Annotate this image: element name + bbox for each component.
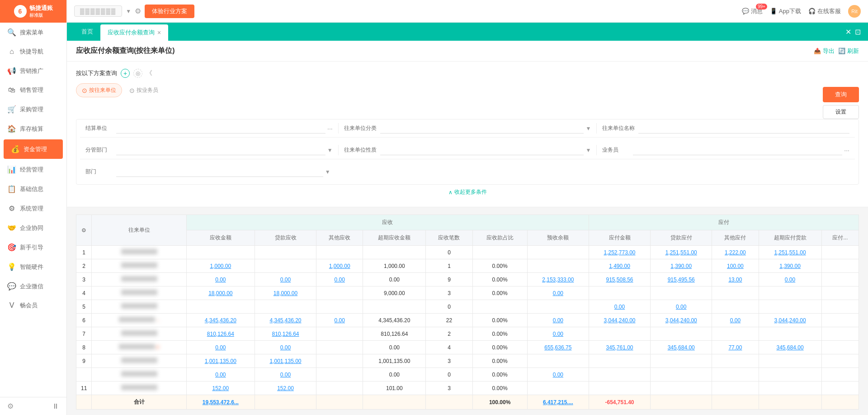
settlement-input[interactable] <box>116 123 326 134</box>
dept-dropdown-icon[interactable]: ▼ <box>327 147 333 153</box>
tab-close-window-icon[interactable]: ✕ <box>845 28 851 36</box>
sidebar-item-quicknav[interactable]: ⌂ 快捷导航 <box>0 42 66 61</box>
sidebar-item-marketing[interactable]: 📢 营销推广 <box>0 61 66 81</box>
table-cell[interactable]: 915,508.56 <box>589 273 650 286</box>
table-cell[interactable]: 4,345,436.20 <box>186 314 255 327</box>
settlement-dots-icon[interactable]: ··· <box>327 125 333 132</box>
filter-collapse-btn[interactable]: 《 <box>146 69 152 77</box>
salesperson-input[interactable] <box>633 145 842 155</box>
table-cell[interactable]: 0.00 <box>255 273 316 286</box>
table-cell[interactable]: 13.00 <box>712 273 759 286</box>
table-cell[interactable]: 3,044,240.00 <box>759 314 821 327</box>
table-cell[interactable]: 0.00 <box>589 300 650 314</box>
table-cell[interactable]: 0.00 <box>759 273 821 286</box>
header-settings-icon[interactable]: ⚙ <box>135 7 141 15</box>
filter-settings-btn[interactable]: ◎ <box>133 69 142 78</box>
tab-home[interactable]: 首页 <box>74 23 100 41</box>
table-cell[interactable]: 1,490.00 <box>589 259 650 273</box>
table-cell[interactable]: 1,001,135.00 <box>186 354 255 368</box>
tab-close-icon[interactable]: × <box>157 29 161 36</box>
table-cell[interactable]: 0.00 <box>255 368 316 382</box>
query-btn[interactable]: 查询 <box>823 87 859 102</box>
settings-btn[interactable]: 设置 <box>823 105 859 119</box>
tab-ar-balance[interactable]: 应收应付余额查询 × <box>100 24 168 41</box>
table-cell[interactable]: 3,044,240.00 <box>589 314 650 327</box>
table-cell[interactable]: 0.00 <box>316 314 363 327</box>
department-dropdown-icon[interactable]: ▼ <box>325 169 330 175</box>
collapse-more-btn[interactable]: ∧ 收起更多条件 <box>76 185 859 200</box>
filter-tab-unit[interactable]: ⊙ 按往来单位 <box>76 83 122 97</box>
avatar[interactable]: Rit <box>848 5 861 18</box>
th-settings[interactable]: ⚙ <box>76 215 92 246</box>
table-cell[interactable]: 18,000.00 <box>255 286 316 300</box>
footer-r-amount[interactable]: 19,553,472,6... <box>186 395 255 410</box>
sidebar-settings-icon[interactable]: ⚙ <box>7 402 14 410</box>
breadcrumb-dropdown-icon[interactable]: ▼ <box>126 8 131 14</box>
app-download-btn[interactable]: 📱 App下载 <box>770 7 801 15</box>
table-cell[interactable]: 655,636.75 <box>527 341 589 354</box>
sidebar-item-base[interactable]: 📋 基础信息 <box>0 179 66 199</box>
export-btn[interactable]: 📤 导出 <box>814 47 835 55</box>
table-cell[interactable]: 0.00 <box>186 341 255 354</box>
table-cell[interactable]: 1,390.00 <box>759 259 821 273</box>
table-cell[interactable]: 345,761.00 <box>589 341 650 354</box>
table-cell[interactable]: 0.00 <box>712 314 759 327</box>
sidebar-item-hardware[interactable]: 💡 智能硬件 <box>0 257 66 277</box>
table-cell[interactable]: 1,252,773.00 <box>589 246 650 259</box>
table-cell[interactable]: 0.00 <box>255 341 316 354</box>
refresh-btn[interactable]: 🔄 刷新 <box>838 47 859 55</box>
dept-input[interactable] <box>116 145 326 155</box>
table-cell[interactable]: 345,684.00 <box>759 341 821 354</box>
table-cell[interactable]: 2,153,333.00 <box>527 273 589 286</box>
table-wrapper[interactable]: ⚙ 往来单位 应收 应付 应收金额 贷款应收 其他应收 超期应收金额 应收笔数 <box>76 215 859 410</box>
solution-btn[interactable]: 体验行业方案 <box>145 5 194 18</box>
online-service-btn[interactable]: 🎧 在线客服 <box>808 7 841 15</box>
sidebar-item-wechat[interactable]: 💬 企业微信 <box>0 277 66 296</box>
table-cell[interactable]: 1,251,551.00 <box>759 246 821 259</box>
table-cell[interactable]: 77.00 <box>712 341 759 354</box>
sidebar-collapse-icon[interactable]: ⏸ <box>52 402 59 410</box>
table-cell[interactable]: 810,126.64 <box>186 327 255 341</box>
table-cell[interactable]: 0.00 <box>186 368 255 382</box>
sidebar-item-purchase[interactable]: 🛒 采购管理 <box>0 100 66 119</box>
sidebar-item-fund[interactable]: 💰 资金管理 <box>4 139 63 159</box>
table-settings-icon[interactable]: ⚙ <box>81 227 86 234</box>
table-cell[interactable]: 3,044,240.00 <box>651 314 712 327</box>
table-cell[interactable]: 810,126.64 <box>255 327 316 341</box>
table-cell[interactable]: 1,000.00 <box>186 259 255 273</box>
table-cell[interactable]: 1,000.00 <box>316 259 363 273</box>
table-cell[interactable]: 0.00 <box>651 300 712 314</box>
sidebar-item-sales[interactable]: 🛍 销售管理 <box>0 81 66 100</box>
table-cell[interactable]: 0.00 <box>527 327 589 341</box>
table-cell[interactable]: 1,390.00 <box>651 259 712 273</box>
sidebar-item-system[interactable]: ⚙ 系统管理 <box>0 199 66 218</box>
table-cell[interactable]: 152.00 <box>255 382 316 395</box>
table-cell[interactable]: 152.00 <box>186 382 255 395</box>
message-btn[interactable]: 💬 消息 99+ <box>742 7 763 15</box>
filter-add-btn[interactable]: + <box>121 69 130 78</box>
table-cell[interactable]: 0.00 <box>527 368 589 382</box>
table-cell[interactable]: 1,222.00 <box>712 246 759 259</box>
table-cell[interactable]: 18,000.00 <box>186 286 255 300</box>
tab-maximize-icon[interactable]: ⊡ <box>855 28 861 36</box>
unit-name-input[interactable] <box>638 123 849 134</box>
table-cell[interactable]: 1,251,551.00 <box>651 246 712 259</box>
table-cell[interactable]: 0.00 <box>186 273 255 286</box>
salesperson-dots-icon[interactable]: ··· <box>844 147 849 154</box>
table-cell[interactable]: 915,495.56 <box>651 273 712 286</box>
unit-category-dropdown-icon[interactable]: ▼ <box>585 125 591 132</box>
sidebar-item-member[interactable]: V 畅会员 <box>0 296 66 315</box>
footer-r-prepay[interactable]: 6,417,215.... <box>527 395 589 410</box>
sidebar-item-operations[interactable]: 📊 经营管理 <box>0 160 66 179</box>
unit-nature-dropdown-icon[interactable]: ▼ <box>585 147 591 153</box>
table-cell[interactable]: 0.00 <box>527 286 589 300</box>
table-cell[interactable]: 100.00 <box>712 259 759 273</box>
sidebar-item-cooperation[interactable]: 🤝 企业协同 <box>0 218 66 238</box>
table-cell[interactable]: 1,001,135.00 <box>255 354 316 368</box>
sidebar-item-guide[interactable]: 🎯 新手引导 <box>0 238 66 257</box>
sidebar-item-search[interactable]: 🔍 搜索菜单 <box>0 23 66 42</box>
table-cell[interactable]: 0.00 <box>316 273 363 286</box>
table-cell[interactable]: 345,684.00 <box>651 341 712 354</box>
filter-tab-staff[interactable]: ⊙ 按业务员 <box>124 83 164 97</box>
sidebar-item-inventory[interactable]: 🏠 库存核算 <box>0 119 66 138</box>
